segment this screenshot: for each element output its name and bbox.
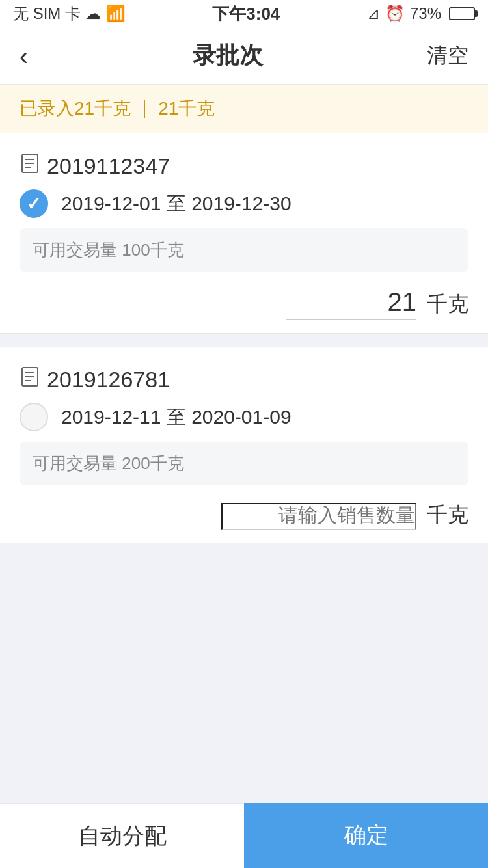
status-left: 无 SIM 卡 ☁ 📶 [13,3,126,24]
card1-date-row[interactable]: 2019-12-01 至 2019-12-30 [20,189,468,218]
auto-distribute-button[interactable]: 自动分配 [0,803,244,868]
page: 无 SIM 卡 ☁ 📶 下午3:04 ⊿ ⏰ 73% ‹ 录批次 清空 已录入2… [0,0,488,868]
card1-quantity-row: 千克 [0,272,488,334]
location-icon: ⊿ [367,5,380,23]
card1-radio[interactable] [20,189,48,218]
card2-header: 2019126781 [20,366,468,392]
battery-icon [449,7,475,20]
card1-unit: 千克 [427,290,468,319]
nav-bar: ‹ 录批次 清空 [0,27,488,85]
card2-icon [20,366,40,392]
card2-id: 2019126781 [47,367,170,392]
card1-available: 可用交易量 100千克 [20,228,468,272]
info-bar: 已录入21千克 21千克 [0,85,488,133]
card2-quantity-row: 千克 [0,485,488,543]
card1-date: 2019-12-01 至 2019-12-30 [61,191,291,217]
battery-text: 73% [410,5,441,23]
confirm-button[interactable]: 确定 [244,803,488,868]
status-right: ⊿ ⏰ 73% [367,5,475,23]
page-title: 录批次 [193,40,263,72]
card2-quantity-input[interactable] [221,503,416,530]
status-time: 下午3:04 [212,3,280,25]
section-gap [0,334,488,347]
info-value: 21千克 [158,96,215,121]
batch-card-1: 2019112347 2019-12-01 至 2019-12-30 可用交易量… [0,133,488,272]
info-divider [144,100,145,118]
card2-date-row[interactable]: 2019-12-11 至 2020-01-09 [20,403,468,431]
bottom-bar: 自动分配 确定 [0,803,488,868]
card1-quantity-input[interactable] [286,288,416,320]
info-recorded-label: 已录入21千克 [20,96,131,121]
card1-header: 2019112347 [20,153,468,179]
status-bar: 无 SIM 卡 ☁ 📶 下午3:04 ⊿ ⏰ 73% [0,0,488,27]
card2-unit: 千克 [427,501,468,530]
card1-id: 2019112347 [47,154,170,179]
card2-radio[interactable] [20,403,48,431]
batch-card-2: 2019126781 2019-12-11 至 2020-01-09 可用交易量… [0,347,488,485]
alarm-icon: ⏰ [385,5,405,23]
back-button[interactable]: ‹ [20,43,28,69]
no-sim-text: 无 SIM 卡 ☁ [13,3,101,24]
wifi-icon: 📶 [106,5,126,23]
card2-available: 可用交易量 200千克 [20,442,468,485]
card1-icon [20,153,40,179]
clear-button[interactable]: 清空 [427,42,468,70]
card2-date: 2019-12-11 至 2020-01-09 [61,404,291,431]
